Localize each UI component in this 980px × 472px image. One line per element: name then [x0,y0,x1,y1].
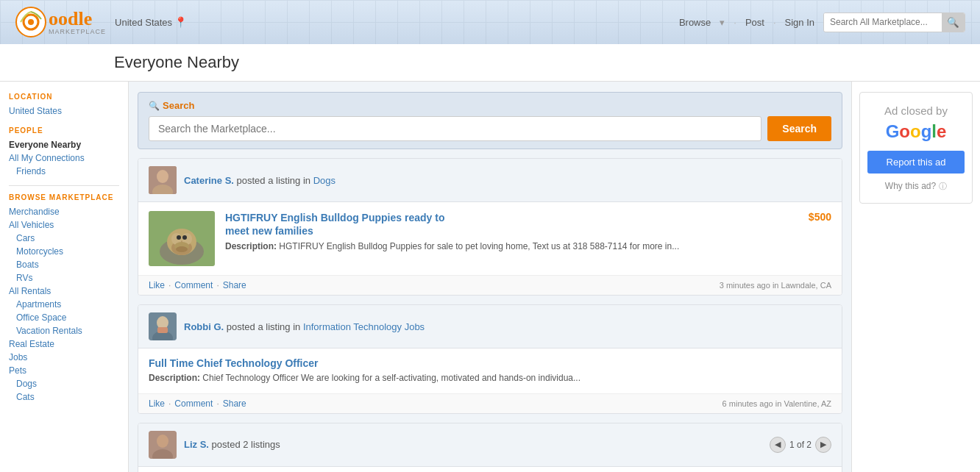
sep1: · [168,280,171,290]
nav-signin[interactable]: Sign In [785,17,814,28]
logo[interactable]: oodle marketplace [15,6,106,38]
title-bar: Everyone Nearby [0,44,980,82]
report-ad-button[interactable]: Report this ad [867,151,965,174]
post-2-body: Full Time Chief Technology Officer Descr… [138,348,842,393]
why-ad-link[interactable]: Why this ad? [885,181,936,191]
nav-post[interactable]: Post [745,17,764,28]
post-1-poster-name[interactable]: Caterine S. [184,175,234,186]
logo-sub: marketplace [49,29,106,35]
post-1-price: $500 [809,211,831,223]
post-2-action: posted a listing in [227,321,303,332]
nav-sep1: ▾ [720,17,725,28]
pagination-prev[interactable]: ◀ [770,437,786,453]
post-2-actions: Like · Comment · Share [149,398,246,409]
post-3-avatar [149,431,177,459]
svg-point-15 [176,246,188,252]
post-2-poster-name[interactable]: Robbi G. [184,321,224,332]
sidebar-item-boats[interactable]: Boats [9,258,119,271]
ad-closed-title: Ad closed by [867,104,965,118]
sidebar-item-connections[interactable]: All My Connections [9,151,119,165]
post-1-action: posted a listing in [237,175,313,186]
post-2-header-text: Robbi G. posted a listing in Information… [184,321,425,332]
search-input[interactable] [149,116,761,141]
main-layout: LOCATION United States PEOPLE Everyone N… [0,82,980,472]
sidebar-item-rvs[interactable]: RVs [9,271,119,285]
post-1-listing-details: HGTIFRUY English Bulldog Puppies ready t… [225,211,831,266]
location-pin-icon: 📍 [174,16,187,28]
post-3-pagination: ◀ 1 of 2 ▶ [770,437,831,453]
sidebar-section-location: LOCATION United States [9,93,119,118]
header-right: Browse ▾ · Post · Sign In 🔍 [679,12,965,32]
why-ad-row: Why this ad? ⓘ [867,181,965,192]
post-1-listing-title[interactable]: HGTIFRUY English Bulldog Puppies ready t… [225,211,446,237]
post-3-body: Maltipoo Puppies $499 [138,467,842,472]
svg-point-2 [28,19,34,25]
sidebar-item-jobs[interactable]: Jobs [9,351,119,364]
post-1-comment[interactable]: Comment [174,280,213,290]
post-2-like[interactable]: Like [149,398,165,409]
feed-area: 🔍 Search Search Cater [129,82,851,472]
svg-rect-19 [157,327,168,333]
sidebar-location-value[interactable]: United States [9,104,119,118]
search-button[interactable]: Search [767,116,831,141]
post-3-action: posted [212,439,244,450]
sidebar-item-vacation-rentals[interactable]: Vacation Rentals [9,324,119,337]
header-search-input[interactable] [824,13,942,31]
search-bar: 🔍 Search Search [138,92,842,149]
header-search-box: 🔍 [823,12,965,32]
post-1-category[interactable]: Dogs [313,175,335,186]
post-1-share[interactable]: Share [223,280,246,290]
post-1-header: Caterine S. posted a listing in Dogs [138,159,842,202]
sidebar-item-real-estate[interactable]: Real Estate [9,337,119,351]
post-3-header: Liz S. posted 2 listings ◀ 1 of 2 ▶ [138,423,842,467]
sep2: · [216,280,219,290]
sidebar-item-everyone-nearby[interactable]: Everyone Nearby [9,138,119,151]
nav-browse[interactable]: Browse [679,17,711,28]
pagination-next[interactable]: ▶ [815,437,831,453]
nav-sep2: · [734,17,736,28]
location-label: LOCATION [9,93,119,101]
header-search-button[interactable]: 🔍 [942,13,965,32]
sidebar-item-pets[interactable]: Pets [9,364,119,377]
post-3-count: 2 listings [243,439,280,450]
post-3-poster-name[interactable]: Liz S. [184,439,209,450]
ad-sidebar: Ad closed by Google Report this ad Why t… [851,82,980,472]
svg-point-21 [157,435,168,448]
post-1-listing-image [149,211,215,266]
post-2-comment[interactable]: Comment [174,398,213,409]
header: oodle marketplace United States 📍 Browse… [0,0,980,44]
post-1-avatar [149,166,177,194]
feed-post-2: Robbi G. posted a listing in Information… [138,304,842,414]
post-2-share[interactable]: Share [223,398,246,409]
sidebar-item-all-rentals[interactable]: All Rentals [9,285,119,298]
info-icon: ⓘ [939,181,947,192]
sidebar-item-apartments[interactable]: Apartments [9,298,119,311]
search-input-row: Search [149,116,831,141]
post-1-footer: Like · Comment · Share 3 minutes ago in … [138,275,842,295]
sidebar-divider [9,185,119,186]
people-label: PEOPLE [9,126,119,135]
post-3-header-left: Liz S. posted 2 listings [149,431,280,459]
post-2-header: Robbi G. posted a listing in Information… [138,305,842,348]
svg-point-13 [177,235,181,240]
sep3: · [168,398,171,409]
location-display[interactable]: United States 📍 [115,16,187,28]
sidebar-item-friends[interactable]: Friends [9,165,119,178]
page-title: Everyone Nearby [114,53,866,72]
post-2-listing-title[interactable]: Full Time Chief Technology Officer [149,357,319,369]
sidebar-item-cars[interactable]: Cars [9,232,119,245]
sidebar-item-cats[interactable]: Cats [9,390,119,404]
post-1-like[interactable]: Like [149,280,165,290]
search-icon: 🔍 [149,101,160,111]
sidebar-item-all-vehicles[interactable]: All Vehicles [9,218,119,232]
sidebar-section-browse: BROWSE MARKETPLACE Merchandise All Vehic… [9,193,119,404]
post-2-footer: Like · Comment · Share 6 minutes ago in … [138,393,842,413]
post-2-category[interactable]: Information Technology Jobs [303,321,425,332]
pagination-info: 1 of 2 [789,440,812,450]
post-2-description: Description: Chief Technology Officer We… [149,372,831,385]
sidebar-item-motorcycles[interactable]: Motorcycles [9,245,119,258]
sidebar-item-dogs[interactable]: Dogs [9,377,119,390]
sidebar-item-office-space[interactable]: Office Space [9,311,119,324]
sidebar-item-merchandise[interactable]: Merchandise [9,205,119,218]
location-text: United States [115,17,172,28]
